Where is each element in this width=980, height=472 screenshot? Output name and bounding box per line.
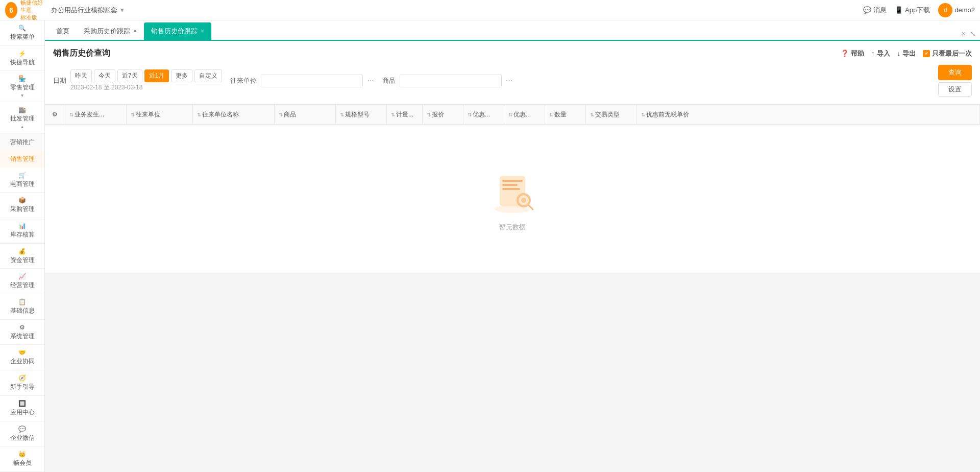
partner-filter-input[interactable] xyxy=(261,75,363,87)
goods-filter-label: 商品 xyxy=(382,76,396,85)
date-btn-yesterday[interactable]: 昨天 xyxy=(70,69,92,82)
export-button[interactable]: ↓ 导出 xyxy=(897,49,916,58)
sidebar-item-retail[interactable]: 🏪 零售管理 ▾ xyxy=(0,71,44,102)
import-button[interactable]: ↑ 导入 xyxy=(871,49,890,58)
export-icon: ↓ xyxy=(897,50,901,57)
th-biz-date[interactable]: ⇅ 业务发生... xyxy=(65,105,127,124)
search-icon: 🔍 xyxy=(18,25,26,32)
date-buttons: 昨天 今天 近7天 近1月 更多 自定义 xyxy=(70,69,222,82)
svg-rect-2 xyxy=(502,180,523,182)
page-content: 销售历史价查询 ❓ 帮助 ↑ 导入 ↓ 导出 xyxy=(45,41,980,472)
svg-rect-3 xyxy=(502,184,518,186)
page-title-actions: ❓ 帮助 ↑ 导入 ↓ 导出 ✓ 只看最后一次 xyxy=(841,49,972,58)
sidebar-item-basics[interactable]: 📋 基础信息 xyxy=(0,294,44,320)
top-header: 6 畅捷信好生意 标准版 办公用品行业模拟账套 ▾ 💬 消息 📱 App下载 d… xyxy=(0,0,980,20)
message-icon: 💬 xyxy=(863,6,871,14)
enterprise-icon: 🤝 xyxy=(18,349,26,356)
tab-home[interactable]: 首页 xyxy=(49,22,77,40)
sort-icon: ⇅ xyxy=(340,112,344,117)
sidebar-item-marketing[interactable]: 营销推广 xyxy=(0,134,44,151)
sidebar-item-search[interactable]: 🔍 搜索菜单 xyxy=(0,20,44,46)
content-area: 首页 采购历史价跟踪 × 销售历史价跟踪 × × ⤡ 销售历史价查询 xyxy=(45,20,980,472)
partner-filter-group: 往来单位 ··· xyxy=(230,75,374,87)
sort-icon: ⇅ xyxy=(279,112,283,117)
empty-state-icon xyxy=(487,166,538,217)
chevron-down-icon: ▾ xyxy=(21,92,23,98)
sort-icon: ⇅ xyxy=(427,112,431,117)
sidebar-item-inventory[interactable]: 📊 库存核算 xyxy=(0,218,44,244)
tab-close-all-icon[interactable]: × xyxy=(962,30,966,38)
goods-filter-group: 商品 ··· xyxy=(382,75,512,87)
sidebar-item-finance[interactable]: 💰 资金管理 xyxy=(0,244,44,269)
sidebar-item-enterprise[interactable]: 🤝 企业协同 xyxy=(0,345,44,370)
date-btn-today[interactable]: 今天 xyxy=(94,69,115,82)
sidebar-item-shortcuts[interactable]: ⚡ 快捷导航 xyxy=(0,46,44,72)
th-unit[interactable]: ⇅ 计量... xyxy=(387,105,423,124)
tab-bar-actions: × ⤡ xyxy=(962,30,976,40)
sidebar-item-sales[interactable]: 销售管理 xyxy=(0,151,44,168)
sidebar-item-wholesale[interactable]: 🏬 批发管理 ▴ xyxy=(0,102,44,133)
th-quote[interactable]: ⇅ 报价 xyxy=(423,105,463,124)
workspace-dropdown-icon[interactable]: ▾ xyxy=(120,6,124,14)
user-area[interactable]: d demo2 xyxy=(938,3,975,17)
sidebar-item-system[interactable]: ⚙ 系统管理 xyxy=(0,320,44,345)
th-pretax-price[interactable]: ⇅ 优惠前无税单价 xyxy=(637,105,980,124)
user-avatar: d xyxy=(938,3,952,17)
filter-row: 日期 昨天 今天 近7天 近1月 更多 自定义 2023-02-18 至 202… xyxy=(53,65,972,97)
th-quantity[interactable]: ⇅ 数量 xyxy=(545,105,586,124)
app-icon: 📱 xyxy=(895,6,903,14)
member-icon: 👑 xyxy=(18,451,26,458)
sort-icon: ⇅ xyxy=(131,112,135,117)
purchase-icon: 📦 xyxy=(18,197,26,204)
query-panel: 销售历史价查询 ❓ 帮助 ↑ 导入 ↓ 导出 xyxy=(45,41,980,104)
sidebar-item-guide[interactable]: 🧭 新手引导 xyxy=(0,370,44,396)
help-button[interactable]: ❓ 帮助 xyxy=(841,49,864,58)
sort-icon: ⇅ xyxy=(641,112,645,117)
tab-purchase-close-icon[interactable]: × xyxy=(133,28,137,35)
wholesale-icon: 🏬 xyxy=(18,106,26,113)
date-btn-1month[interactable]: 近1月 xyxy=(144,69,169,82)
date-btn-custom[interactable]: 自定义 xyxy=(194,69,222,82)
sidebar-item-wechat[interactable]: 💬 企业微信 xyxy=(0,421,44,447)
message-button[interactable]: 💬 消息 xyxy=(863,6,887,15)
date-btn-7days[interactable]: 近7天 xyxy=(117,69,142,82)
empty-state-text: 暂元数据 xyxy=(499,223,526,232)
th-discount2[interactable]: ⇅ 优惠... xyxy=(504,105,545,124)
th-partner-name[interactable]: ⇅ 往来单位名称 xyxy=(193,105,275,124)
app-download-button[interactable]: 📱 App下载 xyxy=(895,6,930,15)
partner-dots[interactable]: ··· xyxy=(367,76,374,85)
page-title-row: 销售历史价查询 ❓ 帮助 ↑ 导入 ↓ 导出 xyxy=(53,48,972,59)
th-partner-code[interactable]: ⇅ 往来单位 xyxy=(127,105,193,124)
tab-expand-icon[interactable]: ⤡ xyxy=(970,30,976,38)
sidebar-item-ecommerce[interactable]: 🛒 电商管理 xyxy=(0,168,44,193)
sidebar-item-member[interactable]: 👑 畅会员 xyxy=(0,446,44,472)
sidebar-item-apps[interactable]: 🔲 应用中心 xyxy=(0,396,44,421)
th-goods[interactable]: ⇅ 商品 xyxy=(275,105,336,124)
tab-sales-history[interactable]: 销售历史价跟踪 × xyxy=(144,22,211,40)
import-icon: ↑ xyxy=(871,50,875,57)
tab-purchase-history[interactable]: 采购历史价跟踪 × xyxy=(77,22,144,40)
chevron-up-icon: ▴ xyxy=(21,124,23,129)
goods-dots[interactable]: ··· xyxy=(506,76,512,85)
th-discount1[interactable]: ⇅ 优惠... xyxy=(463,105,504,124)
th-spec[interactable]: ⇅ 规格型号 xyxy=(336,105,387,124)
shortcut-icon: ⚡ xyxy=(18,50,26,57)
th-gear[interactable]: ⚙ xyxy=(45,105,65,124)
only-last-checkbox[interactable]: ✓ 只看最后一次 xyxy=(923,49,972,58)
th-trade-type[interactable]: ⇅ 交易类型 xyxy=(586,105,637,124)
settings-button[interactable]: 设置 xyxy=(938,82,972,97)
sidebar-item-operations[interactable]: 📈 经营管理 xyxy=(0,269,44,294)
date-btn-more[interactable]: 更多 xyxy=(171,69,192,82)
svg-point-8 xyxy=(521,198,526,203)
sort-icon: ⇅ xyxy=(197,112,201,117)
tab-sales-close-icon[interactable]: × xyxy=(201,28,204,35)
ops-icon: 📈 xyxy=(18,273,26,280)
sort-icon: ⇅ xyxy=(508,112,512,117)
sort-icon: ⇅ xyxy=(391,112,395,117)
empty-state: 暂元数据 xyxy=(45,125,980,273)
logo-icon: 6 xyxy=(5,2,17,18)
sidebar-item-purchase[interactable]: 📦 采购管理 xyxy=(0,193,44,218)
query-button[interactable]: 查询 xyxy=(938,65,972,80)
action-buttons: 查询 设置 xyxy=(938,65,972,97)
goods-filter-input[interactable] xyxy=(400,75,502,87)
